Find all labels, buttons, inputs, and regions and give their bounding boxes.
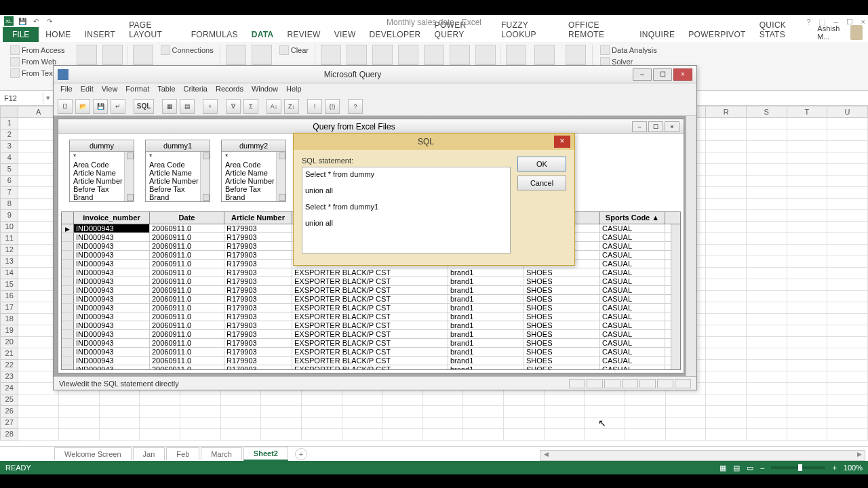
mq-menu-view[interactable]: View [102,85,118,96]
mq-menu-edit[interactable]: Edit [81,85,94,96]
cell[interactable] [180,429,221,441]
cell[interactable] [827,129,868,141]
cell[interactable] [706,164,747,176]
cell[interactable] [827,394,868,406]
row-header[interactable]: 2 [0,129,18,141]
mq-tables-icon[interactable]: ▦ [162,99,177,114]
cell[interactable] [787,394,828,406]
cell[interactable] [747,279,787,291]
cell[interactable] [747,187,787,199]
row-header[interactable]: 27 [0,418,18,429]
cell[interactable] [382,406,423,418]
row-header[interactable]: 17 [0,302,18,314]
ribbon-collapse-icon[interactable]: ⬚ [818,18,825,26]
cell[interactable] [787,152,828,164]
table-field[interactable]: Article Number [148,177,208,185]
relationships-icon[interactable] [475,45,496,65]
cell[interactable] [747,199,787,210]
mq-menu-file[interactable]: File [60,85,73,96]
cell[interactable] [747,233,787,245]
cell[interactable] [706,256,747,268]
cell[interactable] [706,360,747,371]
cell[interactable] [423,394,464,406]
connections-button[interactable]: Connections [159,45,216,56]
cell[interactable] [747,337,787,348]
cell[interactable] [706,187,747,199]
cell[interactable] [747,256,787,268]
cell[interactable] [787,199,828,210]
cell[interactable] [706,348,747,360]
table-field[interactable]: Area Code [148,161,208,169]
table-field[interactable]: Article Name [224,169,283,177]
cell[interactable] [302,394,342,406]
row-header[interactable]: 5 [0,164,18,176]
cell[interactable] [706,371,747,383]
cell[interactable] [747,141,787,152]
cell[interactable] [787,222,828,233]
grid-column-header[interactable] [62,212,74,224]
cell[interactable] [666,406,707,418]
grid-row[interactable]: IND00094320060911.0R179903EXSPORTER BLAC… [62,295,680,304]
cell[interactable] [625,394,666,406]
cell[interactable] [140,394,180,406]
cell[interactable] [302,429,342,441]
cell[interactable] [706,118,747,129]
subtotal-icon[interactable] [566,45,586,65]
cell[interactable] [59,418,100,429]
cell[interactable] [706,325,747,337]
ribbon-tab-page-layout[interactable]: PAGE LAYOUT [122,18,184,42]
cell[interactable] [747,245,787,256]
from-access-button[interactable]: From Access [8,45,67,56]
row-header[interactable]: 15 [0,279,18,291]
mq-vscroll[interactable] [686,116,696,376]
grid-column-header[interactable]: Date [150,212,224,224]
ribbon-tab-review[interactable]: REVIEW [281,27,328,42]
cell[interactable] [221,418,262,429]
grid-row[interactable]: IND00094320060911.0R179903EXSPORTER BLAC… [62,277,680,286]
grid-row[interactable]: IND00094320060911.0R179903EXSPORTER BLAC… [62,357,680,365]
mq-inner-min-button[interactable]: – [632,121,647,132]
sheet-tab[interactable]: March [201,447,242,460]
column-header[interactable]: U [827,106,868,118]
other-sources-icon[interactable] [77,45,97,65]
cell[interactable] [706,383,747,394]
row-header[interactable]: 10 [0,222,18,233]
mq-inner-close-button[interactable]: × [665,121,679,132]
cell[interactable] [342,429,383,441]
mq-close-button[interactable]: × [673,68,692,81]
grid-column-header[interactable]: Article Number [224,212,292,224]
cell[interactable] [706,394,747,406]
grid-row[interactable]: IND00094320060911.0R179903EXSPORTER BLAC… [62,304,680,312]
table-field[interactable]: Brand [72,193,132,201]
cell[interactable] [787,302,828,314]
mq-inner-max-button[interactable]: ☐ [648,121,663,132]
table-field[interactable]: Area Code [72,161,132,169]
row-header[interactable]: 3 [0,141,18,152]
cell[interactable] [747,268,787,279]
cell[interactable] [261,418,302,429]
zoom-level[interactable]: 100% [844,464,863,472]
table-scroll[interactable] [276,152,285,201]
mq-new-icon[interactable]: 🗋 [58,99,73,114]
cell[interactable] [787,325,828,337]
row-header[interactable]: 8 [0,199,18,210]
sheet-tab[interactable]: Jan [133,447,165,460]
table-field[interactable]: * [72,152,132,161]
table-field[interactable]: Article Number [224,177,283,185]
cell[interactable] [787,383,828,394]
cell[interactable] [706,176,747,187]
cell[interactable] [787,129,828,141]
cell[interactable] [585,418,625,429]
table-field[interactable]: * [224,152,283,161]
cell[interactable] [787,187,828,199]
mq-query-now-icon[interactable]: ! [307,99,322,114]
cell[interactable] [706,406,747,418]
row-header[interactable]: 11 [0,233,18,245]
cell[interactable] [666,394,707,406]
ribbon-tab-office-remote[interactable]: OFFICE REMOTE [561,18,633,42]
cell[interactable] [423,418,464,429]
grid-row[interactable]: IND00094320060911.0R179903EXSPORTER BLAC… [62,330,680,339]
cell[interactable] [787,418,828,429]
table-scroll[interactable] [124,152,134,201]
mq-add-table-icon[interactable]: + [203,99,218,114]
